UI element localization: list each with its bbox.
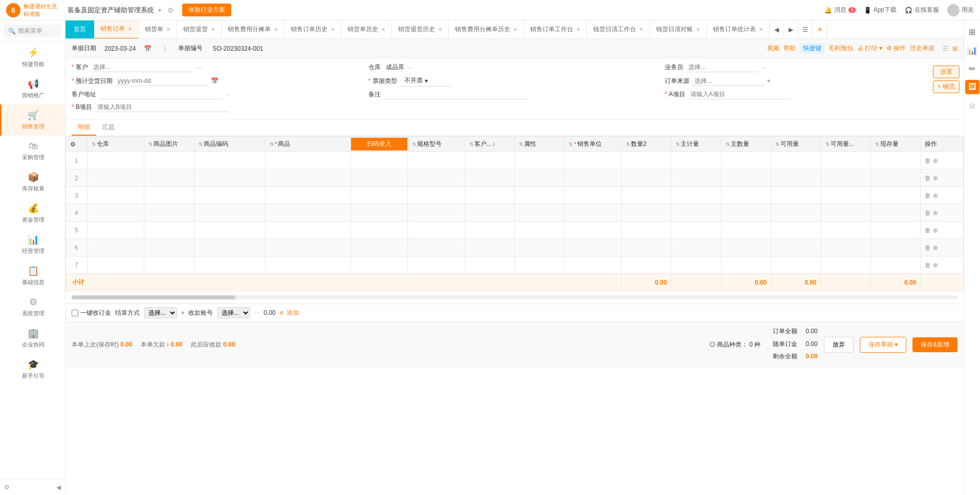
cell-qty2[interactable] xyxy=(621,152,671,169)
cell-product-img[interactable] xyxy=(144,152,194,169)
cell-warehouse[interactable] xyxy=(87,187,144,204)
cell-spec[interactable] xyxy=(408,239,465,256)
cell-product[interactable] xyxy=(265,222,351,239)
right-panel-table-icon[interactable]: ⊞ xyxy=(965,25,979,39)
notification-button[interactable]: 🔔 消息 9 xyxy=(824,6,856,14)
cell-available[interactable] xyxy=(771,239,821,256)
cell-product[interactable] xyxy=(265,256,351,274)
sidebar-item-purchase[interactable]: 🛍 采购管理 xyxy=(0,136,65,166)
b-project-input[interactable] xyxy=(95,102,228,112)
cell-product-code[interactable] xyxy=(194,187,265,204)
cell-customer[interactable] xyxy=(465,187,514,204)
sidebar-item-sales[interactable]: 🛒 销售管理 xyxy=(0,104,65,136)
cell-current-stock[interactable] xyxy=(870,187,920,204)
row-copy-icon[interactable]: ⊕ xyxy=(933,262,938,269)
tab-sales-expense[interactable]: 销售费用分摊单 ✕ xyxy=(222,20,285,39)
cell-attributes[interactable] xyxy=(514,187,564,204)
solution-button[interactable]: 体验行业方案 xyxy=(182,4,231,16)
cell-product-code[interactable] xyxy=(194,222,265,239)
cell-main-qty[interactable] xyxy=(721,239,771,256)
cell-main-measure[interactable] xyxy=(671,239,721,256)
cell-scan[interactable] xyxy=(351,222,407,239)
help-button[interactable]: 帮助 xyxy=(783,44,796,53)
cell-attributes[interactable] xyxy=(514,222,564,239)
sidebar-item-marketing[interactable]: 📢 营销推广 xyxy=(0,73,65,104)
right-panel-chart-icon[interactable]: 📊 xyxy=(965,43,979,57)
cell-attributes[interactable] xyxy=(514,239,564,256)
cell-available[interactable] xyxy=(771,187,821,204)
cell-warehouse[interactable] xyxy=(87,256,144,274)
row-delete-icon[interactable]: 🗑 xyxy=(925,262,931,269)
cell-main-measure[interactable] xyxy=(671,256,721,274)
save-draft-button[interactable]: 保存草稿 ▾ xyxy=(860,337,906,353)
tab-close-icon[interactable]: ✕ xyxy=(211,27,215,32)
detail-tab-details[interactable]: 明细 xyxy=(72,120,96,136)
right-panel-image-icon[interactable]: 🖼 xyxy=(965,80,979,94)
cell-warehouse[interactable] xyxy=(87,239,144,256)
tab-sales-return[interactable]: 销货退货 ✕ xyxy=(177,20,222,39)
cell-product-img[interactable] xyxy=(144,222,194,239)
row-delete-icon[interactable]: 🗑 xyxy=(925,244,931,251)
cell-spec[interactable] xyxy=(408,256,465,274)
col-scan[interactable]: 扫码录入 xyxy=(351,137,407,152)
cell-spec[interactable] xyxy=(408,169,465,187)
sidebar-collapse-icon[interactable]: ◀ xyxy=(56,484,61,491)
bank-no-select[interactable]: 选择... xyxy=(217,307,250,318)
view-video-button[interactable]: 视频 xyxy=(767,44,779,53)
sidebar-item-basic[interactable]: 📋 基础信息 xyxy=(0,260,65,291)
tab-order-workbench[interactable]: 销售订单工作台 ✕ xyxy=(524,20,587,39)
tab-return-history[interactable]: 销货退货历史 ✕ xyxy=(392,20,449,39)
sidebar-settings-icon[interactable]: ⚙ xyxy=(4,484,10,491)
cell-spec[interactable] xyxy=(408,222,465,239)
cell-customer[interactable] xyxy=(465,169,514,187)
cell-spec[interactable] xyxy=(408,204,465,222)
cell-sales-unit[interactable] xyxy=(564,187,621,204)
bank-dots-icon[interactable]: ··· xyxy=(254,309,259,316)
invoice-type-select[interactable]: 不开票 ▾ xyxy=(400,75,451,87)
cell-available[interactable] xyxy=(771,169,821,187)
cell-main-qty[interactable] xyxy=(721,222,771,239)
tab-sales-order[interactable]: 销售订单 ✕ xyxy=(94,20,139,39)
staff-dots-icon[interactable]: ··· xyxy=(761,64,766,71)
sidebar-item-operations[interactable]: 📊 经营管理 xyxy=(0,229,65,260)
cell-main-measure[interactable] xyxy=(671,169,721,187)
cell-available2[interactable] xyxy=(821,152,870,169)
customer-input[interactable] xyxy=(91,62,193,72)
row-copy-icon[interactable]: ⊕ xyxy=(933,227,938,234)
sidebar-item-quick-nav[interactable]: ⚡ 快捷导航 xyxy=(0,42,65,73)
sidebar-search[interactable]: 🔍 搜索菜单 xyxy=(0,20,65,42)
cell-attributes[interactable] xyxy=(514,169,564,187)
cell-ops[interactable]: 🗑 ⊕ xyxy=(921,256,964,274)
user-menu[interactable]: 用友 xyxy=(947,4,974,16)
cell-spec[interactable] xyxy=(408,187,465,204)
cell-available[interactable] xyxy=(771,152,821,169)
cell-product-code[interactable] xyxy=(194,204,265,222)
tab-close-icon[interactable]: ✕ xyxy=(696,27,700,32)
cell-customer[interactable] xyxy=(465,152,514,169)
tab-close-icon[interactable]: ✕ xyxy=(128,26,132,32)
cell-product-img[interactable] xyxy=(144,239,194,256)
cell-scan[interactable] xyxy=(351,204,407,222)
row-delete-icon[interactable]: 🗑 xyxy=(925,157,931,164)
tab-order-history[interactable]: 销售订单历史 ✕ xyxy=(285,20,341,39)
cell-available[interactable] xyxy=(771,222,821,239)
cell-product-code[interactable] xyxy=(194,169,265,187)
row-delete-icon[interactable]: 🗑 xyxy=(925,209,931,217)
cell-product-code[interactable] xyxy=(194,239,265,256)
cell-customer[interactable] xyxy=(465,222,514,239)
tab-daily-workbench[interactable]: 钱货日清工作台 ✕ xyxy=(587,20,650,39)
tab-daily-reconcile[interactable]: 钱货日清对账 ✕ xyxy=(650,20,707,39)
shortcuts-button[interactable]: 快捷键 xyxy=(800,43,824,54)
sidebar-item-system[interactable]: ⚙ 系统管理 xyxy=(0,291,65,322)
tab-sales-invoice[interactable]: 销货单 ✕ xyxy=(139,20,177,39)
cell-product[interactable] xyxy=(265,152,351,169)
cell-main-qty[interactable] xyxy=(721,152,771,169)
cell-ops[interactable]: 🗑 ⊕ xyxy=(921,222,964,239)
cell-qty2[interactable] xyxy=(621,204,671,222)
calendar-icon[interactable]: 📅 xyxy=(144,45,151,52)
cell-sales-unit[interactable] xyxy=(564,152,621,169)
cell-warehouse[interactable] xyxy=(87,152,144,169)
cell-qty2[interactable] xyxy=(621,169,671,187)
cell-customer[interactable] xyxy=(465,239,514,256)
remarks-input[interactable] xyxy=(384,90,527,99)
